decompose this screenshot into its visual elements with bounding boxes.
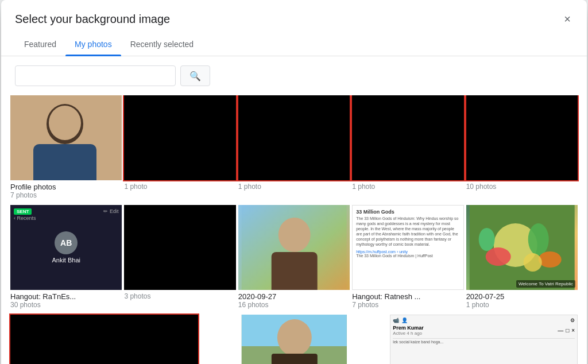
- album-thumbnail: [352, 95, 463, 180]
- svg-rect-17: [272, 354, 318, 364]
- svg-point-12: [523, 253, 541, 272]
- close-button[interactable]: ×: [562, 10, 573, 28]
- album-2020-07-25[interactable]: Welcome To Vatri Republic 2020-07-25 1 p…: [466, 205, 578, 312]
- album-thumbnail: [124, 205, 235, 290]
- svg-point-2: [49, 106, 81, 140]
- background-image-dialog: Select your background image × Featured …: [1, 0, 587, 364]
- album-chat-partial[interactable]: 📹 👤 ⚙ Prem Kumar Active 4 h ago —□: [390, 315, 578, 364]
- search-bar: 🔍: [1, 56, 587, 95]
- svg-point-11: [478, 228, 494, 251]
- svg-point-9: [528, 223, 548, 255]
- album-2020-09-27[interactable]: 2020-09-27 16 photos: [238, 205, 350, 312]
- profile-photo-thumbnail: [10, 95, 122, 180]
- gallery-row-1: Profile photos 7 photos 1 photo: [10, 95, 578, 203]
- album-black-4[interactable]: 10 photos: [466, 95, 578, 203]
- album-thumbnail: [238, 95, 350, 180]
- album-black-1[interactable]: 1 photo: [124, 95, 235, 203]
- svg-point-10: [538, 251, 561, 268]
- album-count: 16 photos: [238, 301, 350, 309]
- album-thumbnail: [466, 95, 578, 180]
- album-profile-photos[interactable]: Profile photos 7 photos: [10, 95, 122, 203]
- article-body: The 33 Million Gods of Hinduism: Why Hin…: [356, 216, 459, 247]
- album-count: 7 photos: [10, 191, 122, 199]
- chat-thumbnail: 📹 👤 ⚙ Prem Kumar Active 4 h ago —□: [390, 315, 578, 364]
- hangout-avatar: AB: [55, 231, 78, 254]
- album-count: 1 photo: [124, 183, 235, 191]
- album-name: 2020-07-25: [466, 292, 578, 301]
- album-name: Profile photos: [10, 183, 122, 191]
- outdoor-thumbnail: [200, 315, 388, 364]
- search-icon: 🔍: [189, 71, 201, 82]
- album-outdoor-partial[interactable]: [200, 315, 388, 364]
- album-hangout[interactable]: SENT ✏ Edit ‹ Recents AB Ankit Bhai Hang…: [10, 205, 122, 312]
- tab-recently-selected[interactable]: Recently selected: [121, 33, 203, 56]
- album-count: 1 photo: [466, 301, 578, 309]
- svg-point-16: [277, 319, 312, 356]
- album-count: 3 photos: [124, 292, 235, 300]
- gallery-row-3: 📹 👤 ⚙ Prem Kumar Active 4 h ago —□: [10, 315, 578, 364]
- album-name: Hangout: RaTnEs...: [10, 292, 122, 301]
- album-black-2[interactable]: 1 photo: [238, 95, 350, 203]
- svg-rect-5: [272, 252, 318, 290]
- veggie-thumbnail: Welcome To Vatri Republic: [466, 205, 578, 290]
- tab-featured[interactable]: Featured: [15, 33, 65, 56]
- hangout-name: Ankit Bhai: [52, 257, 80, 264]
- hangout-thumbnail: SENT ✏ Edit ‹ Recents AB Ankit Bhai: [10, 205, 122, 290]
- person-thumbnail: [238, 205, 350, 290]
- chat-name: Prem Kumar: [393, 325, 424, 331]
- album-name: Hangout: Ratnesh ...: [352, 292, 463, 301]
- article-title: 33 Million Gods: [356, 209, 459, 215]
- gallery: Profile photos 7 photos 1 photo: [1, 95, 587, 364]
- dialog-header: Select your background image ×: [1, 0, 587, 28]
- search-button[interactable]: 🔍: [180, 65, 210, 86]
- chat-status: Active 4 h ago: [393, 331, 424, 336]
- dialog-title: Select your background image: [15, 13, 170, 26]
- album-count: 10 photos: [466, 183, 578, 191]
- tab-my-photos[interactable]: My photos: [65, 33, 121, 56]
- svg-point-4: [278, 218, 311, 252]
- svg-rect-1: [33, 144, 96, 180]
- album-name: 2020-09-27: [238, 292, 350, 301]
- album-black-partial[interactable]: [10, 315, 198, 364]
- album-count: 1 photo: [238, 183, 350, 191]
- tab-bar: Featured My photos Recently selected: [1, 33, 587, 56]
- album-black-5[interactable]: 3 photos: [124, 205, 235, 312]
- album-count: 7 photos: [352, 301, 463, 309]
- album-article[interactable]: 33 Million Gods The 33 Million Gods of H…: [352, 205, 463, 312]
- gallery-row-2: SENT ✏ Edit ‹ Recents AB Ankit Bhai Hang…: [10, 205, 578, 312]
- album-count: 1 photo: [352, 183, 463, 191]
- album-black-3[interactable]: 1 photo: [352, 95, 463, 203]
- search-input[interactable]: [15, 65, 176, 86]
- article-thumbnail: 33 Million Gods The 33 Million Gods of H…: [352, 205, 463, 290]
- album-thumbnail: [124, 95, 235, 180]
- album-count: 30 photos: [10, 301, 122, 309]
- album-thumbnail: [10, 315, 198, 364]
